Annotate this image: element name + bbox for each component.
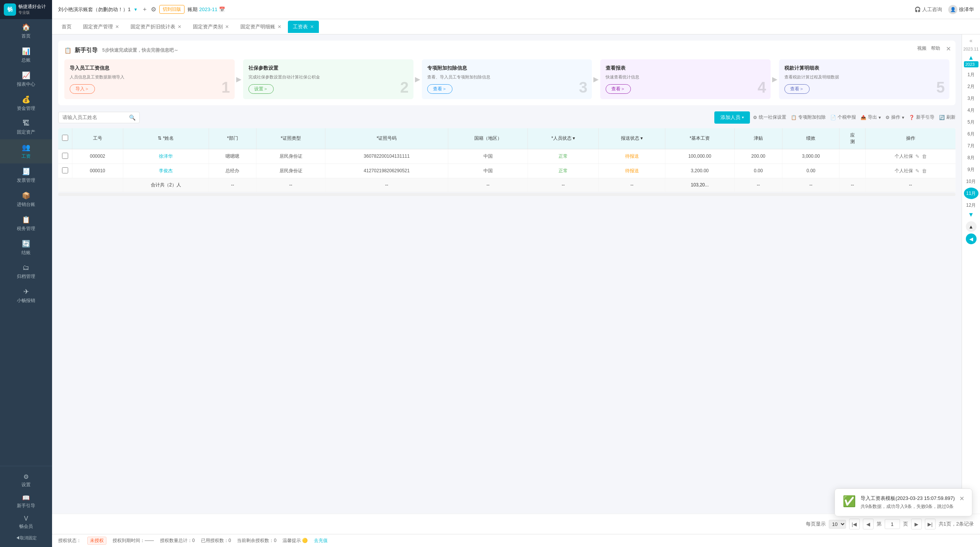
settings-btn[interactable]: ⚙ <box>151 6 156 13</box>
account-dropdown-icon[interactable]: ▾ <box>134 7 137 12</box>
cal-month-2月[interactable]: 2月 <box>964 81 978 92</box>
row-measure <box>840 149 866 163</box>
delete-icon[interactable]: 🗑 <box>922 168 927 174</box>
wizard-help-btn[interactable]: 帮助 <box>931 45 940 52</box>
sidebar-item-首页[interactable]: 🏠首页 <box>0 19 52 43</box>
step-btn[interactable]: 查看＞ <box>784 84 810 94</box>
nav-label: 工资 <box>21 153 31 160</box>
unified-social-btn[interactable]: ⚙ 统一社保设置 <box>753 114 786 121</box>
sidebar-footer-设置[interactable]: ⚙设置 <box>0 470 52 491</box>
cal-expand-btn[interactable]: « <box>970 38 973 44</box>
tab-close-btn[interactable]: ✕ <box>310 24 314 29</box>
cal-nav-up[interactable]: ▲ <box>968 54 974 61</box>
cal-action-btn-2[interactable]: ◀ <box>966 233 977 244</box>
cal-month-4月[interactable]: 4月 <box>964 105 978 116</box>
row-allowance: 200.00 <box>734 149 782 163</box>
sidebar-item-资金管理[interactable]: 💰资金管理 <box>0 91 52 116</box>
wizard-video-btn[interactable]: 视频 <box>917 45 926 52</box>
search-input[interactable] <box>62 114 127 120</box>
export-btn[interactable]: 📤 导出 ▾ <box>861 114 881 121</box>
deduction-icon: 📋 <box>791 115 797 120</box>
step-btn[interactable]: 查看＞ <box>606 84 631 94</box>
special-deduction-btn[interactable]: 📋 专项附加扣除 <box>791 114 826 121</box>
prev-page-btn[interactable]: ◀ <box>863 519 874 529</box>
cal-month-6月[interactable]: 6月 <box>964 128 978 140</box>
personal-social-link[interactable]: 个人社保 <box>895 168 913 174</box>
refresh-btn[interactable]: 🔄 刷新 <box>939 114 956 121</box>
step-btn[interactable]: 设置＞ <box>248 84 274 94</box>
next-page-btn[interactable]: ▶ <box>911 519 922 529</box>
tab-工资表[interactable]: 工资表✕ <box>288 21 319 33</box>
operation-btn[interactable]: ⚙ 操作 ▾ <box>885 114 904 121</box>
tab-固定资产类别[interactable]: 固定资产类别✕ <box>188 21 234 33</box>
toast-desc: 共9条数据，成功导入9条，失败0条，跳过0条 <box>861 503 955 510</box>
status-filter-icon[interactable]: ▾ <box>573 136 575 141</box>
cal-month-7月[interactable]: 7月 <box>964 140 978 152</box>
sidebar-item-小畅报销[interactable]: ✈小畅报销 <box>0 284 52 308</box>
toast-close-btn[interactable]: ✕ <box>959 495 964 502</box>
name-link[interactable]: 李俊杰 <box>159 168 173 173</box>
tab-close-btn[interactable]: ✕ <box>178 24 181 29</box>
sidebar-item-税务管理[interactable]: 📋税务管理 <box>0 212 52 236</box>
cal-action-btn-1[interactable]: ▲ <box>966 221 977 232</box>
last-page-btn[interactable]: ▶| <box>925 519 936 529</box>
sidebar-item-工资[interactable]: 👥工资 <box>0 139 52 163</box>
step-btn[interactable]: 导入＞ <box>70 84 95 94</box>
cal-month-11月[interactable]: 11月 <box>964 188 978 199</box>
tab-固定资产折旧统计表[interactable]: 固定资产折旧统计表✕ <box>126 21 186 33</box>
first-page-btn[interactable]: |◀ <box>849 519 860 529</box>
user-menu[interactable]: 👤 徐泽华 <box>948 5 974 14</box>
tax-filing-btn[interactable]: 📄 个税申报 <box>830 114 856 121</box>
search-icon[interactable]: 🔍 <box>129 114 136 121</box>
sidebar-item-归档管理[interactable]: 🗂归档管理 <box>0 260 52 284</box>
delete-icon[interactable]: 🗑 <box>922 153 927 159</box>
sidebar-footer-畅会员[interactable]: V畅会员 <box>0 512 52 533</box>
tab-close-btn[interactable]: ✕ <box>278 24 281 29</box>
cal-nav-down[interactable]: ▼ <box>968 211 974 218</box>
personal-social-link[interactable]: 个人社保 <box>895 153 913 160</box>
ai-service-btn[interactable]: 🎧 人工咨询 <box>915 6 942 13</box>
sidebar-item-固定资产[interactable]: 🏗固定资产 <box>0 116 52 139</box>
operation-icon: ⚙ <box>885 115 890 120</box>
add-account-btn[interactable]: ＋ <box>142 5 148 13</box>
add-person-btn[interactable]: 添加人员 ▾ <box>714 111 750 124</box>
calendar-icon[interactable]: 📅 <box>219 7 225 12</box>
guide-btn[interactable]: ❓ 新手引导 <box>909 114 934 121</box>
user-name: 徐泽华 <box>959 6 974 13</box>
version-toggle-btn[interactable]: 切到旧版 <box>159 5 185 14</box>
cal-month-8月[interactable]: 8月 <box>964 152 978 163</box>
row-checkbox[interactable] <box>62 167 68 173</box>
page-input[interactable] <box>885 519 900 529</box>
cal-month-9月[interactable]: 9月 <box>964 164 978 175</box>
sidebar-footer-新手引导[interactable]: 📖新手引导 <box>0 491 52 512</box>
cal-month-3月[interactable]: 3月 <box>964 93 978 104</box>
sidebar-item-进销台账[interactable]: 📦进销台账 <box>0 188 52 212</box>
edit-icon[interactable]: ✎ <box>915 153 920 159</box>
cal-month-10月[interactable]: 10月 <box>964 176 978 187</box>
recharge-link[interactable]: 去充值 <box>314 537 328 544</box>
name-link[interactable]: 徐泽华 <box>159 153 173 159</box>
tab-固定资产管理[interactable]: 固定资产管理✕ <box>78 21 124 33</box>
tab-首页[interactable]: 首页 <box>57 21 77 33</box>
horizontal-scrollbar[interactable] <box>58 193 956 196</box>
cal-month-5月[interactable]: 5月 <box>964 116 978 128</box>
sidebar-item-发票管理[interactable]: 🧾发票管理 <box>0 163 52 188</box>
edit-icon[interactable]: ✎ <box>915 168 920 174</box>
table-row: 000010 李俊杰 总经办 居民身份证 412702198206290521 … <box>58 163 956 178</box>
cal-month-12月[interactable]: 12月 <box>964 199 978 211</box>
tab-close-btn[interactable]: ✕ <box>225 24 229 29</box>
select-all-checkbox[interactable] <box>62 135 68 141</box>
cancel-fixed-btn[interactable]: ◀取消固定 <box>16 533 37 543</box>
per-page-select[interactable]: 10 20 50 <box>829 520 846 529</box>
sidebar-item-结账[interactable]: 🔄结账 <box>0 236 52 260</box>
step-btn[interactable]: 查看＞ <box>427 84 452 94</box>
cal-month-1月[interactable]: 1月 <box>964 69 978 80</box>
row-checkbox[interactable] <box>62 153 68 159</box>
tab-固定资产明细账[interactable]: 固定资产明细账✕ <box>235 21 286 33</box>
period-value[interactable]: 2023-11 <box>199 7 217 12</box>
sidebar-item-报表中心[interactable]: 📈报表中心 <box>0 67 52 91</box>
sidebar-item-总账[interactable]: 📊总账 <box>0 43 52 67</box>
report-filter-icon[interactable]: ▾ <box>640 136 643 141</box>
tab-close-btn[interactable]: ✕ <box>115 24 119 29</box>
wizard-close-btn[interactable]: ✕ <box>946 45 951 52</box>
